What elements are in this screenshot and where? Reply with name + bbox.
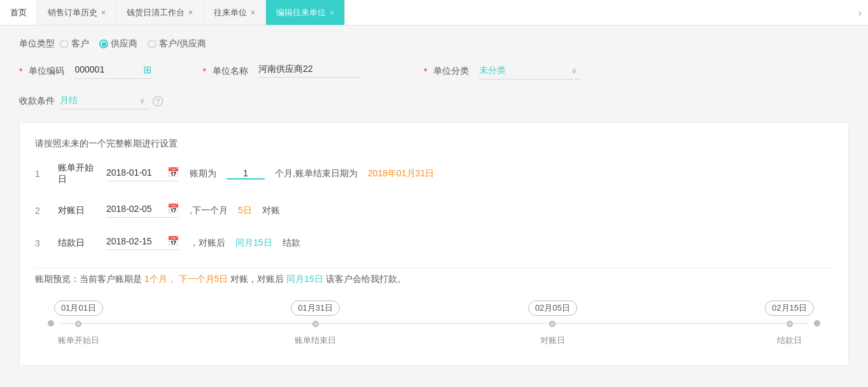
step-1-period-input[interactable] (227, 168, 265, 178)
node-dot-3 (549, 321, 556, 327)
card-divider (35, 268, 833, 269)
preview-part3: 同月15日 (286, 274, 323, 284)
payment-terms-value: 月结 (60, 95, 137, 106)
unit-name-star: * (202, 66, 206, 76)
radio-both-circle (148, 39, 157, 48)
radio-customer-circle (60, 39, 69, 48)
unit-info-row: * 单位编码 ⊞ * 单位名称 * 单位分类 未分类 ∨ (19, 62, 849, 80)
tab-partner[interactable]: 往来单位 × (204, 0, 266, 25)
node-tag-1: 01月01日 (54, 300, 103, 316)
timeline-node-1: 01月01日 账单开始日 (54, 300, 103, 346)
step-1-suffix-after: 个月,账单结束日期为 (275, 168, 358, 179)
payment-terms-row: 收款条件 月结 ∨ ? (19, 92, 849, 109)
node-tag-2: 01月31日 (291, 300, 340, 316)
node-tag-4: 02月15日 (765, 300, 814, 316)
step-1-period-wrapper (227, 168, 265, 179)
step-3-label: 结款日 (58, 237, 96, 249)
unit-code-lookup-icon[interactable]: ⊞ (143, 64, 151, 76)
payment-terms-select[interactable]: 月结 ∨ (60, 92, 149, 109)
unit-category-field: * 单位分类 未分类 ∨ (424, 62, 581, 80)
tab-home-label: 首页 (10, 7, 27, 18)
step-3-date-input[interactable] (106, 236, 164, 246)
settings-card: 请按照未来的一个完整帐期进行设置 1 账单开始日 📅 账期为 个月,账单结束日期… (19, 122, 849, 366)
preview-part2: 下一个月5日 (179, 274, 228, 284)
tab-partner-label: 往来单位 (214, 7, 247, 18)
step-2-highlight: 5日 (238, 205, 252, 216)
unit-category-value: 未分类 (479, 65, 569, 76)
step-3-date: 📅 (106, 236, 179, 250)
unit-name-input[interactable] (258, 64, 360, 74)
unit-category-arrow: ∨ (571, 66, 577, 75)
tab-cash-work[interactable]: 钱货日清工作台 × (116, 0, 204, 25)
preview-part1: 1个月， (144, 274, 176, 284)
tab-cash-label: 钱货日清工作台 (127, 7, 185, 18)
timeline-node-3: 02月05日 对账日 (528, 300, 577, 346)
node-label-1: 账单开始日 (58, 335, 99, 346)
step-2-date-input[interactable] (106, 204, 164, 214)
unit-name-label: 单位名称 (213, 66, 248, 77)
step-2-suffix-before: ,下一个月 (190, 205, 228, 216)
radio-both[interactable]: 客户/供应商 (148, 38, 206, 50)
unit-code-star: * (19, 66, 22, 76)
unit-category-label: 单位分类 (433, 66, 469, 77)
unit-type-row: 单位类型 客户 供应商 客户/供应商 (19, 38, 849, 50)
node-dot-4 (787, 321, 793, 327)
timeline-start-dot (48, 320, 54, 327)
unit-category-select[interactable]: 未分类 ∨ (479, 62, 581, 80)
payment-terms-help-icon[interactable]: ? (153, 96, 163, 106)
step-2-suffix-after: 对账 (262, 205, 280, 216)
node-label-2: 账单结束日 (295, 335, 336, 346)
node-dot-2 (312, 321, 319, 327)
step-3-num: 3 (35, 238, 48, 248)
unit-code-input[interactable] (74, 64, 138, 74)
step-1-highlight: 2018年01月31日 (368, 168, 434, 179)
tab-edit-partner-close[interactable]: × (330, 8, 334, 17)
step-3-suffix-after: 结款 (283, 237, 300, 249)
card-title: 请按照未来的一个完整帐期进行设置 (35, 138, 833, 150)
tab-sales-close[interactable]: × (101, 8, 106, 17)
step-2-cal-icon[interactable]: 📅 (167, 203, 179, 215)
unit-type-label: 单位类型 (19, 38, 55, 50)
tab-edit-partner-label: 编辑往来单位 (276, 7, 326, 18)
tab-more[interactable]: › (852, 0, 868, 25)
radio-supplier[interactable]: 供应商 (99, 38, 137, 50)
step-2-num: 2 (35, 206, 48, 216)
step-3-cal-icon[interactable]: 📅 (167, 236, 179, 247)
step-1-date-input[interactable] (106, 167, 164, 178)
radio-customer[interactable]: 客户 (60, 38, 89, 50)
step-3-row: 3 结款日 📅 ，对账后 同月15日 结款 (35, 236, 833, 250)
unit-category-star: * (424, 66, 427, 76)
node-dot-1 (75, 321, 81, 327)
step-3-suffix-before: ，对账后 (190, 237, 225, 249)
tab-sales-history[interactable]: 销售订单历史 × (38, 0, 116, 25)
step-1-cal-icon[interactable]: 📅 (167, 167, 179, 178)
unit-type-radio-group: 客户 供应商 客户/供应商 (60, 38, 206, 50)
unit-name-field: * 单位名称 (202, 64, 360, 78)
preview-text: 账期预览：当前客户账期是 1个月， 下一个月5日 对账，对账后 同月15日 该客… (35, 274, 833, 285)
radio-supplier-label: 供应商 (111, 38, 137, 50)
tab-cash-close[interactable]: × (188, 8, 193, 17)
tab-partner-close[interactable]: × (251, 8, 255, 17)
radio-customer-label: 客户 (71, 38, 89, 50)
step-1-num: 1 (35, 169, 48, 179)
timeline: 01月01日 账单开始日 01月31日 账单结束日 02月05日 (35, 300, 833, 346)
timeline-nodes: 01月01日 账单开始日 01月31日 账单结束日 02月05日 (54, 300, 814, 346)
tab-home[interactable]: 首页 (0, 0, 38, 25)
step-1-suffix-before: 账期为 (190, 168, 216, 179)
node-tag-3: 02月05日 (528, 300, 577, 316)
tab-edit-partner[interactable]: 编辑往来单位 × (266, 0, 345, 25)
unit-code-field: * 单位编码 ⊞ (19, 64, 151, 79)
unit-code-label: 单位编码 (29, 66, 64, 77)
step-1-label: 账单开始日 (58, 162, 96, 185)
step-3-highlight: 同月15日 (235, 237, 272, 249)
payment-terms-label: 收款条件 (19, 95, 55, 107)
tab-sales-label: 销售订单历史 (48, 7, 97, 18)
step-2-row: 2 对账日 📅 ,下一个月 5日 对账 (35, 203, 833, 218)
payment-terms-arrow: ∨ (139, 96, 145, 105)
step-1-date: 📅 (106, 167, 179, 181)
preview-end: 该客户会给我打款。 (326, 274, 406, 284)
timeline-node-2: 01月31日 账单结束日 (291, 300, 340, 346)
step-2-label: 对账日 (58, 205, 96, 216)
radio-supplier-circle (99, 39, 108, 48)
node-label-4: 结款日 (777, 335, 802, 346)
